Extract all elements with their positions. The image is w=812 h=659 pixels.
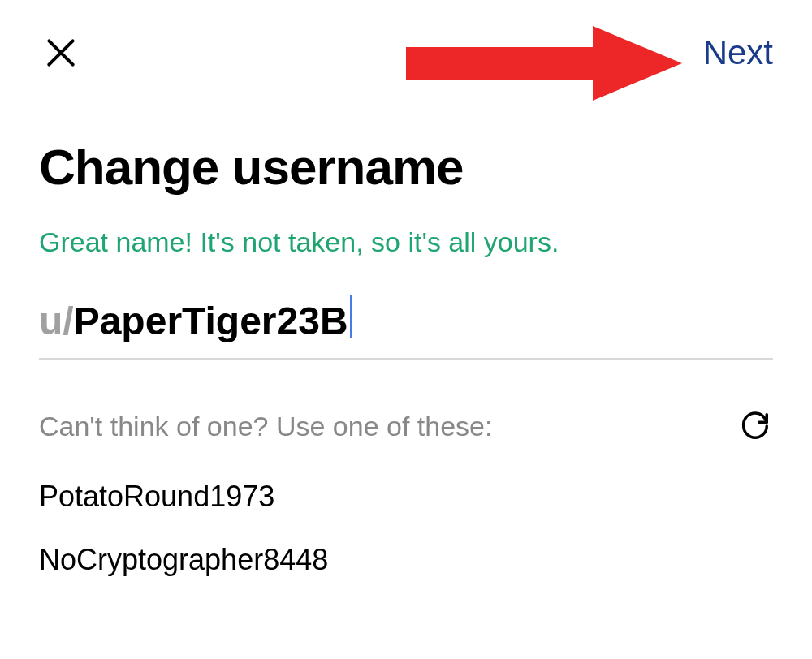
username-input-container[interactable]: u/ PaperTiger23B xyxy=(39,292,773,360)
username-prefix: u/ xyxy=(39,299,74,343)
suggestion-item[interactable]: NoCryptographer8448 xyxy=(39,543,773,577)
refresh-suggestions-button[interactable] xyxy=(737,408,773,444)
main-content: Change username Great name! It's not tak… xyxy=(0,89,812,577)
suggestions-label: Can't think of one? Use one of these: xyxy=(39,411,492,442)
text-cursor xyxy=(350,295,352,338)
next-button[interactable]: Next xyxy=(703,33,780,72)
close-icon xyxy=(43,35,79,71)
close-button[interactable] xyxy=(41,32,81,73)
username-input[interactable]: PaperTiger23B xyxy=(74,299,348,343)
page-title: Change username xyxy=(39,138,773,196)
header: Next xyxy=(0,0,812,89)
status-message: Great name! It's not taken, so it's all … xyxy=(39,226,773,258)
suggestions-header: Can't think of one? Use one of these: xyxy=(39,408,773,444)
refresh-icon xyxy=(740,411,771,441)
suggestion-item[interactable]: PotatoRound1973 xyxy=(39,480,773,514)
